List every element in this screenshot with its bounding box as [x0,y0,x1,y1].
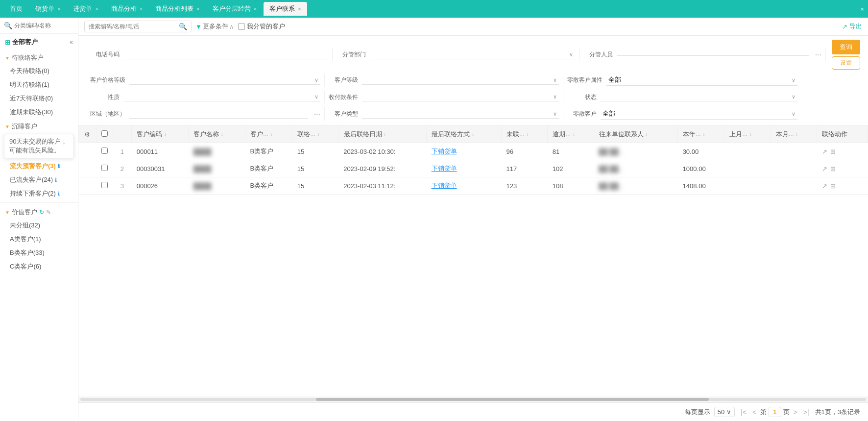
nav-tab-customer-link-close[interactable]: × [298,6,301,12]
settings-button[interactable]: 设置 [832,56,860,70]
row-checkbox-2[interactable] [96,177,113,195]
toolbar-search-icon[interactable]: 🔍 [179,23,187,30]
table-header-last-contact-type[interactable]: 最后联络方式 ↕ [427,126,502,143]
sidebar-item-today[interactable]: 今天待联络(0) [0,64,78,78]
row-last-contact-type-2[interactable]: 下销货单 [427,177,502,195]
nav-tab-sales-close[interactable]: × [57,6,60,12]
row-contact-0: 15 [292,143,338,160]
action-icon-more-2[interactable]: ⊞ [830,182,836,190]
toolbar-search-input[interactable] [89,23,177,30]
page-first-button[interactable]: |< [739,407,748,417]
table-header-this-month[interactable]: 本月... ↕ [771,126,817,143]
table-header-unit-contact[interactable]: 往来单位联系人 ↕ [594,126,677,143]
nav-tab-sales[interactable]: 销货单 × [29,2,66,16]
action-icon-link-0[interactable]: ↗ [822,148,827,155]
more-conditions-button[interactable]: ▼ 更多条件 ∧ [195,22,234,31]
nav-tab-purchase-close[interactable]: × [95,6,98,12]
filter-input-phone[interactable] [123,50,328,59]
sidebar-item-type-a[interactable]: A类客户(1) [0,232,78,246]
sidebar-item-churn-recover[interactable]: 持续下滑客户(2) ℹ [0,187,78,200]
nav-tab-analysis[interactable]: 商品分析 × [105,2,148,16]
nav-tab-customer-link[interactable]: 客户联系 × [264,2,307,16]
sidebar-item-type-c[interactable]: C类客户(6) [0,260,78,273]
query-button[interactable]: 查询 [832,40,860,54]
my-customers-toggle[interactable]: 我分管的客户 [238,22,285,31]
select-all-checkbox[interactable] [101,130,108,137]
action-icon-link-2[interactable]: ↗ [822,182,827,190]
filter-select-retail-attr[interactable]: 全部 ∨ [606,74,797,86]
action-icon-more-1[interactable]: ⊞ [830,165,836,173]
filter-select-payment[interactable]: ∨ [362,93,559,101]
sidebar-all-customers-chevron: « [70,39,73,46]
nav-tab-analysis-list[interactable]: 商品分析列表 × [149,2,205,16]
close-all-button[interactable]: × [860,4,864,13]
sidebar-item-tomorrow-label: 明天待联络(1) [10,80,49,89]
toolbar: 🔍 ▼ 更多条件 ∧ 我分管的客户 ↗ 导出 [78,18,868,36]
nav-tab-analysis-list-close[interactable]: × [196,6,199,12]
sidebar-item-churn-already-label: 已流失客户(24) [10,175,53,184]
filter-select-person[interactable] [617,53,809,56]
table-header-this-year[interactable]: 本年... ↕ [678,126,724,143]
row-checkbox-0[interactable] [96,143,113,160]
nav-tab-customer-tier[interactable]: 客户分层经营 × [207,2,263,16]
table-header-overdue[interactable]: 逾期... ↕ [548,126,594,143]
sidebar-item-type-c-label: C类客户(6) [10,262,41,271]
table-header-name[interactable]: 客户名称 ↕ [189,126,245,143]
action-icon-link-1[interactable]: ↗ [822,165,827,173]
nav-tab-purchase-label: 进货单 [73,4,92,13]
filter-dots-region[interactable]: ··· [314,110,320,119]
nav-tab-analysis-close[interactable]: × [140,6,143,12]
filter-select-price-level[interactable]: ∨ [129,76,320,85]
table-header-contact[interactable]: 联络... ↕ [292,126,338,143]
my-customers-checkbox[interactable] [238,23,245,30]
page-next-button[interactable]: > [792,407,799,417]
page-of-label: 页 [783,408,790,417]
sidebar-item-churn-already[interactable]: 已流失客户(24) ℹ [0,173,78,187]
row-num-1: 2 [113,160,132,177]
sidebar-item-week[interactable]: 近7天待联络(0) [0,92,78,105]
table-header-level[interactable]: 客户... ↕ [245,126,292,143]
value-refresh-icon[interactable]: ↻ [39,209,44,216]
filter-select-customer-level[interactable]: ∨ [362,76,559,85]
sidebar-item-tomorrow[interactable]: 明天待联络(1) [0,78,78,92]
sidebar-item-overdue[interactable]: 逾期未联络(30) [0,105,78,119]
table-header-gear[interactable]: ⚙ [78,126,96,143]
filter-label-nature: 性质 [90,93,120,101]
scrollbar-thumb[interactable] [316,398,709,401]
table-header-uncontacted[interactable]: 未联... ↕ [501,126,547,143]
row-last-contact-type-1[interactable]: 下销货单 [427,160,502,177]
col-label-code: 客户编码 [137,130,162,138]
table-header-last-month[interactable]: 上月... ↕ [724,126,771,143]
sidebar-item-ungrouped[interactable]: 未分组(32) [0,219,78,232]
value-edit-icon[interactable]: ✎ [46,209,51,216]
row-last-month-2 [724,177,771,195]
sidebar-search-input[interactable] [14,22,88,29]
page-last-button[interactable]: >| [801,407,811,417]
export-button[interactable]: ↗ 导出 [842,22,862,31]
page-prev-button[interactable]: < [750,407,758,417]
nav-tab-home[interactable]: 首页 [4,2,28,16]
horizontal-scrollbar[interactable] [78,396,868,402]
sidebar-item-churn-alert[interactable]: 流失预警客户(3) ℹ [0,159,78,173]
filter-select-retail-customer-chevron: ∨ [792,111,796,117]
row-last-contact-type-0[interactable]: 下销货单 [427,143,502,160]
table-header-last-contact-date[interactable]: 最后联络日期 ↕ [338,126,426,143]
filter-select-dept[interactable]: ∨ [370,50,575,59]
page-size-select[interactable]: 50 ∨ [714,407,735,417]
nav-tab-purchase[interactable]: 进货单 × [67,2,104,16]
filter-dots-person[interactable]: ··· [815,50,821,59]
action-icon-more-0[interactable]: ⊞ [830,148,836,155]
filter-select-status[interactable]: ∨ [601,93,797,101]
row-checkbox-1[interactable] [96,160,113,177]
nav-tab-customer-tier-close[interactable]: × [254,6,257,12]
filter-input-region[interactable] [129,109,308,119]
sidebar-item-type-b[interactable]: B类客户(33) [0,246,78,260]
table-header-checkbox[interactable] [96,126,113,143]
filter-select-nature[interactable]: ∨ [123,93,320,101]
filter-select-customer-type[interactable]: ∨ [362,110,559,119]
sidebar-all-customers[interactable]: ⊞ 全部客户 « [0,34,78,50]
table-header-code[interactable]: 客户编码 ↕ [132,126,189,143]
filter-select-dept-chevron: ∨ [569,51,573,58]
content-area: 🔍 ▼ 更多条件 ∧ 我分管的客户 ↗ 导出 [78,18,868,421]
filter-select-retail-customer[interactable]: 全部 ∨ [601,108,797,120]
